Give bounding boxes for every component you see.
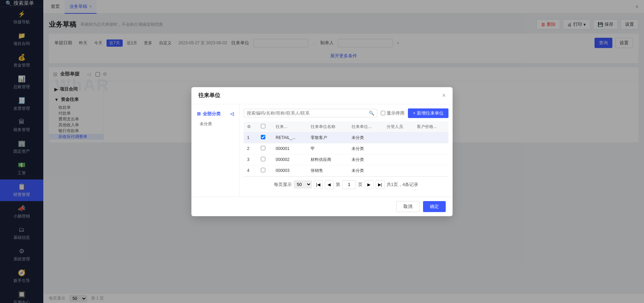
table-select-all[interactable] bbox=[261, 124, 265, 128]
th-code: 往来... bbox=[272, 121, 307, 132]
row-no: 4 bbox=[244, 165, 257, 176]
row-name: 零散客户 bbox=[307, 132, 348, 143]
th-checkbox bbox=[257, 121, 272, 132]
row-category: 未分类 bbox=[348, 154, 383, 165]
modal-dialog: 往来单位 × ⊞ 全部分类 ◁ 未分类 bbox=[191, 87, 453, 216]
row-no: 3 bbox=[244, 154, 257, 165]
modal-overlay: 往来单位 × ⊞ 全部分类 ◁ 未分类 bbox=[0, 0, 644, 303]
add-btn-label: 新增往来单位 bbox=[417, 110, 444, 116]
row-category: 未分类 bbox=[348, 143, 383, 154]
th-category: 往来单位... bbox=[348, 121, 383, 132]
search-icon: 🔍 bbox=[369, 110, 374, 116]
row-no: 1 bbox=[244, 132, 257, 143]
row-checkbox[interactable] bbox=[257, 132, 272, 143]
modal-left-all[interactable]: ⊞ 全部分类 ◁ bbox=[191, 108, 239, 119]
settings-icon: ⚙ bbox=[247, 124, 251, 129]
modal-sub-label: 未分类 bbox=[200, 121, 212, 126]
th-settings: ⚙ bbox=[244, 121, 257, 132]
page-number-input[interactable] bbox=[342, 180, 356, 189]
last-page-btn[interactable]: ▶| bbox=[376, 180, 385, 189]
modal-table-wrap: ⚙ 往来... 往来单位名称 往来单位... 分管人员 客户价格... 1 bbox=[244, 121, 448, 176]
row-manager bbox=[383, 154, 414, 165]
row-code: RETAIL_... bbox=[272, 132, 307, 143]
row-name: 材料供应商 bbox=[307, 154, 348, 165]
row-category: 未分类 bbox=[348, 165, 383, 176]
row-checkbox[interactable] bbox=[257, 154, 272, 165]
modal-search-input[interactable] bbox=[247, 110, 367, 116]
row-price bbox=[413, 165, 448, 176]
table-row[interactable]: 2 000001 甲 未分类 bbox=[244, 143, 448, 154]
modal-title: 往来单位 bbox=[198, 92, 220, 99]
add-partner-button[interactable]: + 新增往来单位 bbox=[408, 108, 448, 118]
row-checkbox[interactable] bbox=[257, 165, 272, 176]
modal-close-btn[interactable]: × bbox=[442, 92, 446, 99]
show-disabled-checkbox[interactable] bbox=[381, 111, 385, 115]
cancel-button[interactable]: 取消 bbox=[396, 201, 420, 212]
row-name: 甲 bbox=[307, 143, 348, 154]
row-code: 000003 bbox=[272, 165, 307, 176]
row-checkbox[interactable] bbox=[257, 143, 272, 154]
row-category: 未分类 bbox=[348, 132, 383, 143]
modal-all-label: 全部分类 bbox=[203, 111, 221, 117]
chevron-left-icon: ◁ bbox=[230, 111, 234, 116]
table-row[interactable]: 4 000003 张销售 未分类 bbox=[244, 165, 448, 176]
row-price bbox=[413, 154, 448, 165]
total-info: 共1页，4条记录 bbox=[387, 182, 418, 188]
table-row[interactable]: 3 000002 材料供应商 未分类 bbox=[244, 154, 448, 165]
next-page-btn[interactable]: ▶ bbox=[365, 180, 374, 189]
modal-right-panel: 🔍 显示停用 + 新增往来单位 bbox=[240, 104, 453, 197]
modal-footer: 取消 确定 bbox=[191, 197, 453, 216]
page-label: 第 bbox=[336, 182, 340, 188]
table-row[interactable]: 1 RETAIL_... 零散客户 未分类 bbox=[244, 132, 448, 143]
modal-search-box: 🔍 bbox=[244, 109, 377, 117]
th-name: 往来单位名称 bbox=[307, 121, 348, 132]
modal-header: 往来单位 × bbox=[191, 87, 453, 104]
page-suffix: 页 bbox=[358, 182, 363, 188]
add-icon: + bbox=[413, 110, 415, 116]
row-manager bbox=[383, 165, 414, 176]
row-code: 000001 bbox=[272, 143, 307, 154]
prev-page-btn[interactable]: ◀ bbox=[325, 180, 334, 189]
grid-icon-small: ⊞ bbox=[197, 111, 201, 116]
confirm-button[interactable]: 确定 bbox=[423, 201, 446, 212]
show-disabled-label[interactable]: 显示停用 bbox=[381, 110, 404, 116]
modal-left-panel: ⊞ 全部分类 ◁ 未分类 bbox=[191, 104, 240, 197]
show-disabled-text: 显示停用 bbox=[387, 110, 404, 116]
modal-pagination: 每页显示 50 100 |◀ ◀ 第 页 ▶ ▶| 共1页，4条记录 bbox=[244, 176, 448, 193]
modal-table: ⚙ 往来... 往来单位名称 往来单位... 分管人员 客户价格... 1 bbox=[244, 121, 448, 176]
row-manager bbox=[383, 143, 414, 154]
row-no: 2 bbox=[244, 143, 257, 154]
modal-body: ⊞ 全部分类 ◁ 未分类 🔍 显示停用 bbox=[191, 104, 453, 197]
row-manager bbox=[383, 132, 414, 143]
row-price bbox=[413, 143, 448, 154]
row-name: 张销售 bbox=[307, 165, 348, 176]
modal-per-page-select[interactable]: 50 100 bbox=[294, 180, 312, 188]
row-code: 000002 bbox=[272, 154, 307, 165]
modal-toolbar: 🔍 显示停用 + 新增往来单位 bbox=[244, 108, 448, 118]
row-price bbox=[413, 132, 448, 143]
th-price: 客户价格... bbox=[413, 121, 448, 132]
th-manager: 分管人员 bbox=[383, 121, 414, 132]
first-page-btn[interactable]: |◀ bbox=[314, 180, 323, 189]
per-page-label: 每页显示 bbox=[274, 182, 292, 188]
modal-left-unclassified[interactable]: 未分类 bbox=[191, 119, 239, 129]
